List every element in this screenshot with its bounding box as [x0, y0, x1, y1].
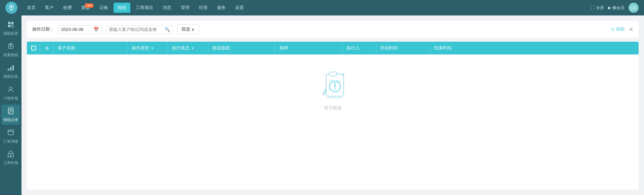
- calendar-icon: 📅: [93, 27, 99, 32]
- nav-item-首页[interactable]: 首页: [23, 3, 40, 13]
- nav-item-收费[interactable]: 收费: [59, 3, 76, 13]
- col-executor: 执行人: [343, 42, 376, 54]
- select-all-header[interactable]: [27, 42, 40, 54]
- col-error-reason: 错误股因: [208, 42, 275, 54]
- svg-rect-3: [8, 25, 10, 27]
- svg-rect-21: [10, 155, 11, 156]
- svg-rect-25: [330, 72, 337, 76]
- fullscreen-btn[interactable]: ⛶ 全屏: [591, 5, 604, 11]
- sidebar-item-报税总览[interactable]: 报税总览: [1, 61, 20, 81]
- svg-point-31: [342, 73, 344, 76]
- main-layout: 报税设置批量报税报税总览个税申报报税记录汇算清缴工商年报 操作日期： 📅 🔍 筛…: [0, 15, 644, 195]
- date-picker[interactable]: 📅: [58, 25, 102, 34]
- data-table: ⚙ 客户名称 操作类型 ▼ 执行状态 ▼ 错误股因 税种: [27, 42, 639, 190]
- nav-item-客户[interactable]: 客户: [41, 3, 58, 13]
- sort-icon-operation[interactable]: ▼: [151, 46, 154, 50]
- play-icon: ▶: [608, 5, 611, 10]
- nav-right: ⛶ 全屏 ▶ 畅会员 CE: [591, 3, 639, 13]
- top-navigation: 首页客户收费票据new记账报税工商项目消息管理经营服务设置 ⛶ 全屏 ▶ 畅会员…: [0, 0, 644, 15]
- col-tax-type: 税种: [275, 42, 343, 54]
- svg-rect-9: [10, 67, 11, 71]
- nav-item-设置[interactable]: 设置: [231, 3, 248, 13]
- date-label: 操作日期：: [32, 26, 54, 32]
- member-btn[interactable]: ▶ 畅会员: [608, 5, 625, 11]
- sidebar-label-汇算清缴: 汇算清缴: [3, 139, 18, 144]
- search-icon[interactable]: 🔍: [165, 27, 170, 32]
- svg-point-32: [343, 79, 344, 80]
- sidebar-label-个税申报: 个税申报: [3, 96, 18, 101]
- sidebar-label-工商年报: 工商年报: [3, 161, 18, 165]
- nav-items: 首页客户收费票据new记账报税工商项目消息管理经营服务设置: [23, 3, 591, 13]
- nav-item-报税[interactable]: 报税: [114, 3, 130, 13]
- nav-item-管理[interactable]: 管理: [177, 3, 194, 13]
- sidebar-item-批量报税[interactable]: 批量报税: [1, 40, 20, 60]
- nav-item-工商项目[interactable]: 工商项目: [132, 3, 157, 13]
- search-input[interactable]: [109, 27, 163, 32]
- sidebar-label-报税记录: 报税记录: [3, 118, 18, 122]
- sidebar-icon-个税申报: [7, 86, 14, 95]
- svg-point-28: [334, 88, 336, 90]
- sidebar-icon-工商年报: [7, 150, 14, 159]
- nav-item-服务[interactable]: 服务: [213, 3, 230, 13]
- svg-line-5: [13, 27, 14, 28]
- svg-rect-1: [8, 22, 10, 24]
- col-exec-status: 执行状态 ▼: [168, 42, 208, 54]
- sidebar-item-工商年报[interactable]: 工商年报: [1, 148, 20, 168]
- sidebar-icon-报税记录: [7, 107, 14, 116]
- svg-rect-2: [11, 22, 13, 24]
- table-header: ⚙ 客户名称 操作类型 ▼ 执行状态 ▼ 错误股因 税种: [27, 42, 639, 54]
- sidebar-item-报税设置[interactable]: 报税设置: [1, 18, 20, 38]
- logo[interactable]: [5, 2, 17, 14]
- sidebar-item-汇算清缴[interactable]: 汇算清缴: [1, 126, 20, 146]
- svg-rect-10: [12, 65, 14, 71]
- col-operation-type: 操作类型 ▼: [128, 42, 168, 54]
- refresh-button[interactable]: ↻ 刷新: [611, 26, 625, 32]
- sort-icon-status[interactable]: ▼: [191, 46, 194, 50]
- nav-item-记账[interactable]: 记账: [95, 3, 112, 13]
- fullscreen-icon: ⛶: [591, 5, 595, 10]
- sidebar-item-报税记录[interactable]: 报税记录: [1, 105, 20, 125]
- settings-icon: ⚙: [45, 46, 49, 51]
- svg-rect-8: [8, 69, 9, 71]
- sidebar-label-报税总览: 报税总览: [3, 74, 18, 79]
- toolbar: 操作日期： 📅 🔍 筛选 ∨ ↻ 刷新 ✕: [27, 21, 639, 38]
- svg-point-0: [11, 6, 12, 8]
- col-client-name: 客户名称: [54, 42, 128, 54]
- sidebar-icon-汇算清缴: [7, 129, 14, 138]
- sidebar-item-个税申报[interactable]: 个税申报: [1, 83, 20, 103]
- sidebar: 报税设置批量报税报税总览个税申报报税记录汇算清缴工商年报: [0, 15, 22, 195]
- sidebar-label-报税设置: 报税设置: [3, 31, 18, 36]
- col-start-time: 开始时间: [376, 42, 430, 54]
- sidebar-icon-报税设置: [7, 21, 14, 30]
- col-end-time: 结束时间: [430, 42, 484, 54]
- close-button[interactable]: ✕: [629, 26, 633, 33]
- sidebar-label-批量报税: 批量报税: [3, 53, 18, 57]
- svg-point-4: [11, 25, 13, 27]
- avatar[interactable]: CE: [629, 3, 639, 13]
- select-all-checkbox[interactable]: [31, 46, 36, 50]
- svg-point-33: [327, 96, 342, 99]
- filter-button[interactable]: 筛选 ∨: [177, 24, 199, 34]
- nav-item-票据[interactable]: 票据new: [77, 3, 94, 13]
- nav-item-经营[interactable]: 经营: [195, 3, 212, 13]
- settings-header[interactable]: ⚙: [40, 42, 54, 54]
- empty-text: 暂无数据: [324, 105, 342, 111]
- search-box[interactable]: 🔍: [106, 25, 173, 34]
- sidebar-icon-批量报税: [7, 42, 14, 51]
- nav-item-消息[interactable]: 消息: [159, 3, 175, 13]
- svg-point-11: [9, 87, 12, 90]
- sidebar-icon-报税总览: [7, 64, 14, 73]
- empty-illustration: [316, 68, 350, 105]
- date-input[interactable]: [61, 27, 91, 32]
- svg-rect-16: [8, 130, 13, 135]
- empty-state: 暂无数据: [27, 54, 639, 124]
- content-area: 操作日期： 📅 🔍 筛选 ∨ ↻ 刷新 ✕: [22, 15, 644, 195]
- chevron-down-icon: ∨: [191, 27, 195, 32]
- table-body: 暂无数据: [27, 54, 639, 190]
- refresh-icon: ↻: [611, 27, 615, 32]
